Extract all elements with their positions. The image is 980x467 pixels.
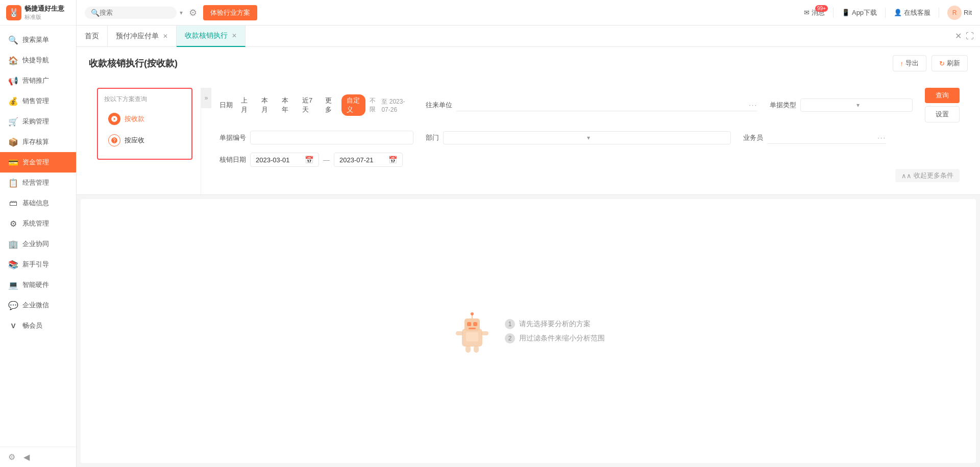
solution-button[interactable]: 体验行业方案: [203, 5, 257, 20]
calendar-end-icon[interactable]: 📅: [388, 156, 397, 164]
inventory-icon: 📦: [8, 137, 18, 147]
divider-3: [939, 8, 939, 18]
sidebar-item-purchase[interactable]: 🛒 采购管理: [0, 111, 76, 132]
offset-date-start-input[interactable]: [256, 156, 302, 164]
sidebar-item-system[interactable]: ⚙ 系统管理: [0, 213, 76, 234]
online-service-button[interactable]: 👤 在线客服: [894, 8, 930, 17]
app-download-button[interactable]: 📱 App下载: [842, 8, 877, 17]
date-range-text: 不限 至 2023-07-26: [370, 96, 413, 114]
staff-label: 业务员: [743, 133, 763, 142]
sidebar-item-search-menu[interactable]: 🔍 搜索菜单: [0, 30, 76, 50]
collapse-sidebar-icon[interactable]: ◀: [23, 452, 30, 462]
collapse-more-button[interactable]: ∧∧ 收起更多条件: [895, 169, 960, 182]
sidebar-item-sales[interactable]: 💰 销售管理: [0, 91, 76, 111]
sidebar-item-basic-info[interactable]: 🗃 基础信息: [0, 193, 76, 213]
sidebar-item-inventory[interactable]: 📦 库存核算: [0, 132, 76, 152]
hardware-icon: 💻: [8, 280, 18, 290]
sidebar-item-guide[interactable]: 📚 新手引导: [0, 254, 76, 275]
doc-type-field: 单据类型 ▾: [770, 99, 913, 112]
gear-icon[interactable]: ⚙: [189, 7, 197, 18]
search-input[interactable]: [100, 9, 161, 16]
sidebar-label-enterprise: 企业协同: [22, 239, 49, 249]
member-icon: V: [8, 321, 18, 331]
query-sidebar: 按以下方案查询 按收款 按应收: [89, 88, 201, 194]
doc-type-select[interactable]: ▾: [800, 99, 913, 112]
sidebar-label-wechat: 企业微信: [22, 301, 49, 310]
query-action-btns: 查询 设置: [925, 88, 960, 122]
header-search-box[interactable]: 🔍: [85, 7, 177, 19]
sidebar-item-wechat[interactable]: 💬 企业微信: [0, 295, 76, 315]
close-tab-icon[interactable]: ✕: [955, 31, 962, 41]
offset-date-label: 核销日期: [219, 155, 246, 164]
doc-type-arrow-icon: ▾: [856, 102, 907, 109]
dept-select[interactable]: ▾: [443, 131, 731, 144]
date-tab-7days[interactable]: 近7天: [298, 94, 318, 116]
sidebar-label-hardware: 智能硬件: [22, 280, 49, 289]
message-button[interactable]: ✉ 消息 99+: [804, 8, 825, 17]
query-method-receipt[interactable]: 按收款: [104, 110, 185, 128]
sidebar-item-enterprise[interactable]: 🏢 企业协同: [0, 234, 76, 254]
tab-home[interactable]: 首页: [77, 26, 108, 47]
date-tab-more[interactable]: 更多: [321, 94, 338, 116]
svg-rect-11: [466, 332, 478, 341]
partner-more-btn[interactable]: ···: [749, 101, 757, 109]
tab-receipt-offset[interactable]: 收款核销执行 ✕: [177, 26, 246, 47]
enterprise-icon: 🏢: [8, 239, 18, 249]
sidebar-label-finance: 资金管理: [22, 158, 49, 167]
refresh-button[interactable]: ↻ 刷新: [932, 55, 968, 71]
sidebar-item-operations[interactable]: 📋 经营管理: [0, 173, 76, 193]
svg-rect-4: [469, 328, 476, 329]
staff-field: 业务员 ···: [743, 132, 886, 144]
doc-type-label: 单据类型: [770, 101, 796, 110]
offset-date-end-box[interactable]: 📅: [334, 153, 403, 167]
sidebar-item-finance[interactable]: 💳 资金管理: [0, 152, 76, 173]
collapse-up-icon: ∧∧: [901, 172, 912, 180]
date-tab-this-year[interactable]: 本年: [278, 94, 295, 116]
service-icon: 👤: [894, 9, 902, 16]
expand-tab-icon[interactable]: ⛶: [966, 32, 974, 41]
tab-bar: 首页 预付冲应付单 ✕ 收款核销执行 ✕ ✕ ⛶: [77, 26, 980, 47]
doc-no-input[interactable]: [250, 131, 413, 144]
message-badge: 99+: [815, 5, 828, 12]
offset-date-end-input[interactable]: [339, 156, 385, 164]
tab-prepay-close-icon[interactable]: ✕: [163, 33, 168, 40]
app-icon: 📱: [842, 9, 850, 16]
user-profile[interactable]: R Rit: [947, 6, 972, 20]
date-tab-this-month[interactable]: 本月: [257, 94, 275, 116]
offset-date-start-box[interactable]: 📅: [250, 153, 319, 167]
sidebar-item-quick-nav[interactable]: 🏠 快捷导航: [0, 50, 76, 70]
partner-label: 往来单位: [426, 101, 452, 110]
query-method-receivable[interactable]: 按应收: [104, 131, 185, 150]
date-tab-custom[interactable]: 自定义: [341, 94, 365, 116]
sidebar-item-marketing[interactable]: 📢 营销推广: [0, 70, 76, 91]
dropdown-icon[interactable]: ▾: [180, 9, 183, 16]
quick-nav-icon: 🏠: [8, 55, 18, 65]
empty-state: 1 请先选择要分析的方案 2 用过滤条件来缩小分析范围: [81, 199, 976, 463]
tab-receipt-close-icon[interactable]: ✕: [232, 32, 237, 39]
settings-button[interactable]: 设置: [925, 106, 960, 122]
collapse-query-btn[interactable]: »: [201, 88, 211, 108]
sidebar-label-operations: 经营管理: [22, 178, 49, 187]
sidebar-item-hardware[interactable]: 💻 智能硬件: [0, 275, 76, 295]
query-fields: 日期 上月 本月 本年 近7天 更多 自定义 不限 至: [211, 88, 968, 194]
export-icon: ↑: [900, 60, 904, 67]
divider-1: [833, 8, 834, 18]
empty-tip-1: 1 请先选择要分析的方案: [505, 319, 605, 329]
sidebar-item-member[interactable]: V 畅会员: [0, 315, 76, 336]
staff-more-btn[interactable]: ···: [877, 134, 886, 141]
export-button[interactable]: ↑ 导出: [893, 55, 927, 71]
calendar-start-icon[interactable]: 📅: [305, 156, 313, 164]
query-button[interactable]: 查询: [925, 88, 960, 103]
svg-point-6: [471, 312, 474, 315]
dept-arrow-icon: ▾: [587, 134, 725, 141]
query-row-3: 核销日期 📅 — 📅: [219, 153, 960, 167]
finance-icon: 💳: [8, 157, 18, 167]
sidebar-nav: 🔍 搜索菜单 🏠 快捷导航 📢 营销推广 💰 销售管理 🛒 采购管理 📦 库存核…: [0, 26, 76, 447]
settings-bottom-icon[interactable]: ⚙: [8, 452, 15, 462]
tab-controls: ✕ ⛶: [949, 31, 980, 41]
search-menu-icon: 🔍: [8, 35, 18, 45]
date-tab-last-month[interactable]: 上月: [237, 94, 254, 116]
tab-prepay-offset[interactable]: 预付冲应付单 ✕: [108, 26, 177, 47]
svg-rect-7: [456, 331, 463, 335]
receivable-method-icon: [108, 134, 120, 146]
